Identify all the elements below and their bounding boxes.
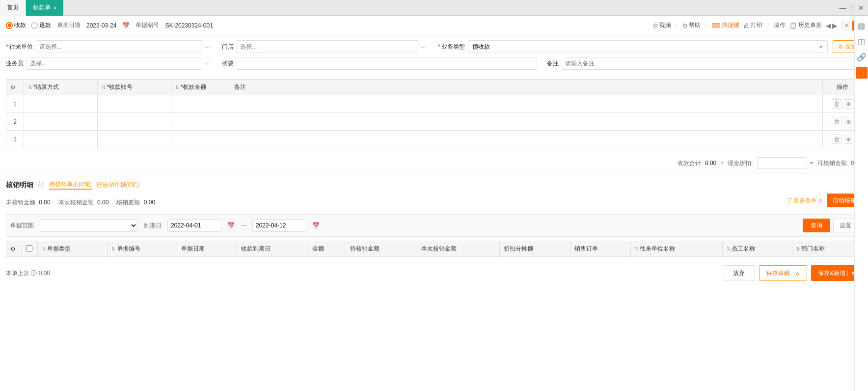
delete-row-1-button[interactable]: 🗑 — [832, 99, 842, 109]
sort-icon-settlement: ⇅ — [28, 84, 33, 90]
more-filter-button[interactable]: ▽ 更多条件 ∧ — [787, 196, 823, 205]
panel-icon-4[interactable]: ⬚ — [856, 67, 868, 79]
form-row-1: * 往来单位 ··· 门店 ··· * 业务类型 预收款 ▼ — [6, 40, 862, 53]
maximize-button[interactable]: □ — [850, 4, 854, 12]
close-button[interactable]: ✕ — [858, 4, 864, 12]
minimize-button[interactable]: — — [840, 4, 846, 12]
calendar-from-icon[interactable]: 📅 — [227, 222, 235, 229]
bth-current: 本次核销金额 — [417, 241, 499, 257]
refund-radio-label: 退款 — [39, 21, 51, 29]
copy-row-2-button[interactable]: ⊕ — [844, 117, 853, 126]
receipt-radio[interactable]: 收款 — [6, 21, 26, 29]
form-row-2: 业务员 ··· 摘要 备注 — [6, 57, 862, 70]
help-icon: ⊙ — [682, 22, 687, 29]
history-button[interactable]: 📋 历史单据 — [789, 21, 822, 29]
date-value: 2023-03-24 — [86, 22, 116, 29]
print-icon: 🖨 — [743, 22, 749, 29]
notes-input[interactable] — [562, 57, 862, 70]
staff-input[interactable] — [27, 57, 202, 70]
query-button[interactable]: 查询 — [803, 219, 830, 232]
number-label: 单据编号 — [136, 21, 159, 29]
refund-radio[interactable]: 退款 — [31, 21, 51, 29]
save-draft-button[interactable]: 保存草稿 ∧ — [759, 265, 807, 281]
balance-info-icon[interactable]: ⓘ — [31, 270, 37, 277]
copy-row-3-button[interactable]: ⊕ — [844, 135, 853, 144]
video-button[interactable]: ⊙ 视频 — [653, 21, 671, 29]
balance-value: 0.00 — [39, 270, 50, 277]
account-cell-2[interactable] — [98, 113, 171, 131]
row-num-3: 3 — [6, 131, 24, 148]
table-gear-icon[interactable]: ⚙ — [10, 84, 16, 91]
settlement-cell-3[interactable] — [24, 131, 98, 148]
amount-cell-3[interactable] — [171, 131, 230, 148]
plus-sign: + — [720, 160, 724, 167]
history-label: 历史单据 — [798, 21, 822, 29]
delete-row-3-button[interactable]: 🗑 — [832, 135, 842, 144]
bth-staff: ⇅ 员工名称 — [722, 241, 792, 257]
notes-cell-2[interactable] — [230, 113, 823, 131]
amount-cell-1[interactable] — [171, 95, 230, 113]
account-cell-3[interactable] — [98, 131, 171, 148]
tab-close-icon[interactable]: × — [54, 5, 56, 11]
footer-bar: 本单上次 ⓘ 0.00 放弃 保存草稿 ∧ 保存&新增 ∧ — [0, 262, 868, 284]
history-icon: 📋 — [789, 22, 797, 29]
notes-cell-3[interactable] — [230, 131, 823, 148]
recon-info-icon[interactable]: ⓘ — [38, 181, 44, 189]
unverified-label: 未核销金额 0.00 — [6, 198, 51, 207]
settlement-cell-1[interactable] — [24, 95, 98, 113]
panel-icon-2[interactable]: ◫ — [856, 35, 868, 47]
notes-cell-1[interactable] — [230, 95, 823, 113]
draft-dropdown-icon[interactable]: ∧ — [792, 270, 800, 277]
tab-receipt[interactable]: 收款单 × — [26, 0, 63, 16]
staff-more-button[interactable]: ··· — [202, 59, 212, 67]
panel-icon-1[interactable]: ▦ — [856, 20, 868, 31]
tab-home[interactable]: 首页 — [0, 0, 26, 16]
summary-input[interactable] — [237, 57, 537, 70]
discount-input[interactable] — [757, 157, 806, 169]
settlement-cell-2[interactable] — [24, 113, 98, 131]
tab-receipt-label: 收款单 — [33, 3, 51, 12]
date-from-input[interactable] — [167, 219, 221, 232]
select-all-checkbox[interactable] — [26, 245, 32, 251]
th-account: ⇅ *收款账号 — [98, 80, 171, 95]
counterparty-input[interactable] — [36, 40, 203, 53]
copy-row-1-button[interactable]: ⊕ — [844, 99, 853, 109]
summary-label: 摘要 — [222, 59, 237, 68]
bth-checkbox[interactable] — [22, 241, 38, 257]
delete-row-2-button[interactable]: 🗑 — [832, 117, 842, 126]
current-recon-label: 本次核销金额 0.00 — [58, 198, 109, 207]
shortcut-button[interactable]: ⌨ 快捷键 — [712, 21, 739, 29]
help-button[interactable]: ⊙ 帮助 — [682, 21, 701, 29]
store-more-button[interactable]: ··· — [418, 43, 428, 51]
date-to-input[interactable] — [252, 219, 306, 232]
staff-label: 业务员 — [6, 59, 27, 68]
receipt-table: ⚙ ⇅ *结算方式 ⇅ *收款账号 ⇅ *收款金额 — [6, 79, 862, 148]
store-input[interactable] — [237, 40, 418, 53]
reconciliation-section: 核销明细 ⓘ 待核销单据(0笔) 已核销单据(0笔) 未核销金额 0.00 本次… — [0, 175, 868, 262]
range-select[interactable] — [40, 219, 138, 232]
operation-button[interactable]: 操作 — [774, 21, 786, 29]
nav-next-button[interactable]: ▶ — [832, 22, 838, 29]
list-view-button[interactable]: ≡ — [841, 21, 851, 30]
date-label: 单据日期 — [57, 21, 81, 29]
tab-bar: 首页 收款单 × — □ ✕ — [0, 0, 868, 16]
pending-tab[interactable]: 待核销单据(0笔) — [49, 180, 92, 190]
bottom-table-gear-icon[interactable]: ⚙ — [10, 246, 16, 252]
print-button[interactable]: 🖨 打印 — [743, 21, 762, 29]
panel-icon-3[interactable]: 🔗 — [856, 51, 868, 63]
th-gear[interactable]: ⚙ — [6, 80, 24, 95]
completed-tab[interactable]: 已核销单据(0笔) — [97, 181, 139, 189]
account-cell-1[interactable] — [98, 95, 171, 113]
video-icon: ⊙ — [653, 22, 658, 29]
footer-balance: 本单上次 ⓘ 0.00 — [6, 269, 50, 278]
amount-cell-2[interactable] — [171, 113, 230, 131]
calendar-icon[interactable]: 📅 — [122, 22, 130, 29]
counterparty-more-button[interactable]: ··· — [202, 43, 212, 51]
nav-prev-button[interactable]: ◀ — [826, 22, 831, 29]
bth-gear[interactable]: ⚙ — [6, 241, 22, 257]
calendar-to-icon[interactable]: 📅 — [312, 222, 320, 229]
recon-header: 核销明细 ⓘ 待核销单据(0笔) 已核销单据(0笔) — [6, 180, 862, 190]
nav-arrows: ◀ ▶ — [826, 22, 838, 29]
business-type-selector[interactable]: 预收款 ▼ — [468, 40, 828, 53]
abandon-button[interactable]: 放弃 — [723, 265, 755, 281]
